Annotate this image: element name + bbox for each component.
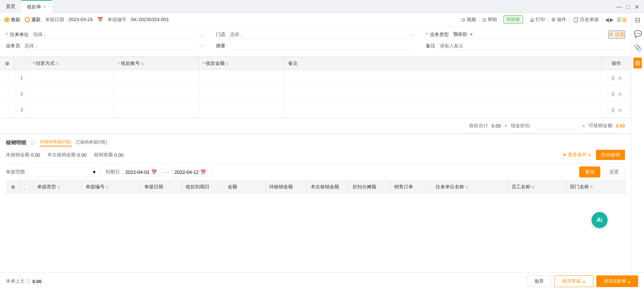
chevron-up-icon: ∧	[588, 152, 592, 158]
footer-info-icon[interactable]: ⓘ	[26, 278, 31, 285]
td-settlement-2[interactable]	[29, 86, 114, 102]
discount-input[interactable]	[535, 122, 578, 129]
td-settlement-1[interactable]	[29, 70, 114, 86]
bth-counterpart: 往来单位名称 ⇅	[432, 181, 508, 193]
td-account-3[interactable]	[114, 102, 200, 118]
due-date-start-input[interactable]: 2022-04-01 📅	[122, 168, 162, 177]
td-remarks-2[interactable]	[284, 86, 602, 102]
bth-current: 本次核销金额	[307, 181, 349, 193]
hexiao-title: 核销明细	[6, 140, 26, 146]
delete-row-3-btn[interactable]: 🗑	[610, 107, 616, 113]
print-icon: 🖨	[529, 17, 534, 23]
copy-row-3-btn[interactable]: ⊕	[618, 107, 622, 113]
sidebar-chat-icon[interactable]: 💬	[634, 30, 642, 38]
video-btn[interactable]: ⊙ 视频	[461, 16, 476, 23]
next-arrow[interactable]: ▶	[610, 17, 614, 23]
calendar-icon-start: 📅	[151, 169, 157, 175]
grid-view-btn[interactable]: ⊞	[622, 17, 627, 23]
remarks-input[interactable]	[437, 42, 625, 50]
maximize-button[interactable]: □	[625, 4, 631, 9]
due-date-end-value: 2022-04-12	[174, 169, 199, 175]
td-amount-1[interactable]	[199, 70, 284, 86]
counterpart-more-btn[interactable]: ···	[198, 32, 205, 38]
kuaijian-btn[interactable]: 快捷键	[503, 15, 523, 24]
header-checkbox[interactable]	[24, 184, 30, 189]
footer-value: 0.00	[32, 279, 42, 284]
tab-close-icon[interactable]: ×	[43, 4, 46, 9]
list-view-btn[interactable]: ☰	[617, 17, 621, 23]
more-conditions-label: 更多条件	[568, 152, 587, 158]
more-conditions-btn[interactable]: ▼ 更多条件 ∧	[562, 152, 592, 158]
settings-button[interactable]: ⚙ 设置	[608, 31, 625, 39]
td-account-1[interactable]	[114, 70, 200, 86]
caozuo-btn[interactable]: ⚙ 操作	[551, 16, 566, 23]
business-type-field: * 业务类型 预收款 ▼ ⚙ 设置	[426, 30, 625, 39]
abandon-button[interactable]: 放弃	[527, 275, 551, 287]
required-star-2: *	[426, 32, 428, 37]
counterpart-input[interactable]	[31, 31, 196, 39]
td-settlement-3[interactable]	[29, 102, 114, 118]
tab-active[interactable]: 收款单 ×	[21, 0, 52, 13]
help-btn[interactable]: ⊙ 帮助	[482, 16, 497, 23]
bth-gear[interactable]: ⚙	[6, 181, 20, 193]
footer-label: 本单上欠	[6, 278, 25, 285]
radio-tuidan[interactable]: 退款	[25, 16, 41, 23]
bth-check[interactable]	[20, 181, 34, 193]
range-select[interactable]: ▼	[27, 168, 100, 177]
top-toolbar: 收款 退款 单据日期 2023-03-24 📅 单据编号 SK-20230324…	[0, 13, 631, 26]
save-new-arrow-icon: ▲	[627, 279, 631, 283]
footer: 本单上欠 ⓘ 0.00 放弃 保存草稿 ▲ 保存&新增 ▲	[0, 272, 644, 290]
remarks-label: 备注	[426, 43, 435, 49]
th-num	[15, 57, 29, 70]
radio-shoukuan[interactable]: 收款	[4, 16, 20, 23]
th-account: * 收款账号 ⇅	[114, 57, 200, 70]
draft-button[interactable]: 保存草稿 ▲	[554, 275, 594, 287]
print-btn[interactable]: 🖨 打印	[529, 16, 545, 23]
minimize-button[interactable]: —	[616, 4, 622, 9]
staff-input[interactable]	[22, 42, 196, 50]
required-star-1: *	[6, 32, 8, 37]
td-remarks-1[interactable]	[284, 70, 602, 86]
delete-row-2-btn[interactable]: 🗑	[610, 91, 616, 97]
td-amount-2[interactable]	[199, 86, 284, 102]
due-date-end-input[interactable]: 2022-04-12 📅	[171, 168, 211, 177]
td-remarks-3[interactable]	[284, 102, 602, 118]
settings-btn-2[interactable]: 设置	[603, 166, 625, 177]
history-btn[interactable]: 📋 历史单据	[573, 16, 599, 23]
th-gear[interactable]: ⚙	[0, 57, 15, 70]
sidebar-expand-icon[interactable]: ⊞	[633, 58, 642, 68]
draft-label: 保存草稿	[562, 278, 581, 285]
auto-hexiao-btn[interactable]: 自动核销	[596, 150, 625, 160]
business-type-value: 预收款	[453, 31, 467, 38]
table-row: 1 🗑 ⊕	[0, 70, 631, 86]
sort-icon-2: ⇅	[141, 62, 144, 66]
prev-arrow[interactable]: ◀	[605, 17, 609, 23]
sidebar-table-icon[interactable]: ⊟	[635, 16, 640, 24]
delete-row-1-btn[interactable]: 🗑	[610, 75, 616, 81]
sidebar-attachment-icon[interactable]: 📎	[634, 44, 642, 52]
td-account-2[interactable]	[114, 86, 200, 102]
calendar-icon[interactable]: 📅	[97, 17, 103, 22]
store-more-btn[interactable]: ···	[408, 32, 415, 38]
kuaijian-label[interactable]: 快捷键	[503, 15, 523, 24]
staff-more-btn[interactable]: ···	[198, 43, 205, 49]
copy-row-1-btn[interactable]: ⊕	[618, 75, 622, 81]
summary-input[interactable]	[228, 42, 415, 50]
td-amount-3[interactable]	[199, 102, 284, 118]
sort-icon-bth-11: ⇅	[590, 185, 593, 189]
total-label: 收款合计	[469, 122, 488, 129]
info-icon[interactable]: ⓘ	[31, 140, 35, 146]
table-row: 3 🗑 ⊕	[0, 102, 631, 118]
copy-row-2-btn[interactable]: ⊕	[618, 91, 622, 97]
save-new-button[interactable]: 保存&新增 ▲	[596, 275, 638, 287]
due-date-field: 到期日 2022-04-01 📅 — 2022-04-12 📅	[106, 168, 211, 177]
close-button[interactable]: ✕	[634, 4, 640, 9]
ai-badge[interactable]: Ai	[592, 212, 608, 228]
store-input[interactable]	[228, 31, 406, 39]
done-tab[interactable]: 已核销单据(0笔)	[76, 139, 107, 146]
tab-home[interactable]: 首页	[0, 0, 21, 13]
query-btn[interactable]: 查询	[579, 166, 600, 177]
pending-tab[interactable]: 待核销单据(0笔)	[40, 139, 71, 146]
range-label: 单据范围	[6, 169, 25, 175]
business-type-select[interactable]: 预收款 ▼	[451, 30, 606, 39]
